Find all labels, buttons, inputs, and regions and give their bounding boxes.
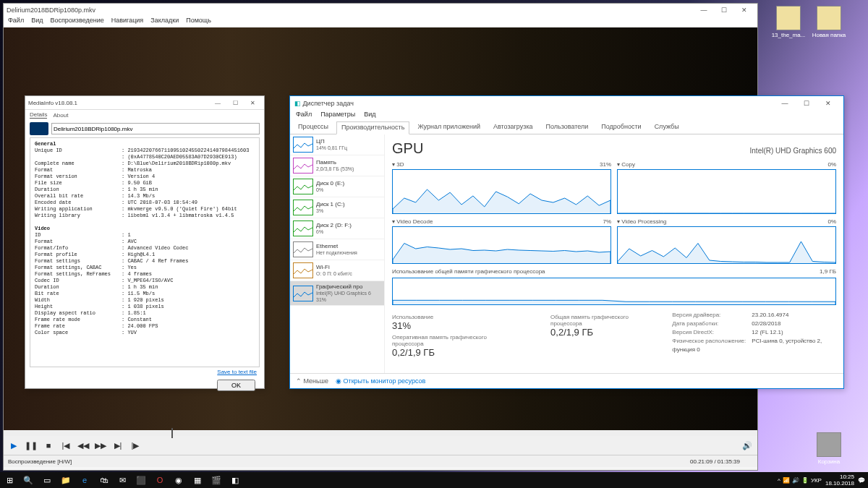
stop-button[interactable]: ■ xyxy=(41,439,56,452)
perf-sidebar-item[interactable]: ЦП14% 0,81 ГГц xyxy=(290,134,384,155)
tab-services[interactable]: Службы xyxy=(650,121,684,134)
maximize-button[interactable]: ☐ xyxy=(714,7,734,14)
window-title: Диспетчер задач xyxy=(303,100,354,107)
menu-item[interactable]: Воспроизведение xyxy=(50,17,103,27)
menu-item[interactable]: Параметры xyxy=(320,111,355,121)
player-titlebar[interactable]: Delirium2018BDRip1080p.mkv — ☐ ✕ xyxy=(4,4,757,17)
taskmgr-icon: ◧ xyxy=(294,100,301,107)
app-icon[interactable]: ▦ xyxy=(188,472,207,488)
clock[interactable]: 10:2518.10.2018 xyxy=(824,474,856,487)
next-button[interactable]: ▶| xyxy=(111,439,125,452)
taskmgr-titlebar[interactable]: ◧ Диспетчер задач — ☐ ✕ xyxy=(290,96,843,111)
tab-users[interactable]: Пользователи xyxy=(541,121,594,134)
taskmgr-menu: Файл Параметры Вид xyxy=(290,111,843,121)
maximize-button[interactable]: ☐ xyxy=(226,100,244,106)
desktop-icon[interactable]: Новая папка xyxy=(812,6,846,38)
menu-item[interactable]: Вид xyxy=(31,17,43,27)
perf-sidebar: ЦП14% 0,81 ГГцПамять2,0/3,8 ГБ (53%)Диск… xyxy=(290,134,385,373)
task-manager-window: ◧ Диспетчер задач — ☐ ✕ Файл Параметры В… xyxy=(289,95,844,389)
chart-3d[interactable] xyxy=(392,169,611,214)
tray-icon[interactable]: ^ xyxy=(778,477,780,484)
mediainfo-logo-icon xyxy=(30,122,48,135)
window-title: MediaInfo v18.08.1 xyxy=(28,100,77,106)
perf-sidebar-item[interactable]: Диск 0 (E:)0% xyxy=(290,176,384,197)
perf-sidebar-item[interactable]: EthernetНет подключения xyxy=(290,239,384,260)
menu-item[interactable]: Файл xyxy=(296,111,312,121)
start-button[interactable]: ⊞ xyxy=(0,472,19,488)
perf-sidebar-item[interactable]: Графический проIntel(R) UHD Graphics 631… xyxy=(290,281,384,306)
gpu-name: Intel(R) UHD Graphics 600 xyxy=(750,147,836,155)
mail-icon[interactable]: ✉ xyxy=(113,472,132,488)
battery-icon[interactable]: 🔋 xyxy=(801,477,809,484)
taskmgr-footer: ⌃ Меньше ◉ Открыть монитор ресурсов xyxy=(290,373,843,388)
player-controls: ▶ ❚❚ ■ |◀ ◀◀ ▶▶ ▶| |▶ 🔊 xyxy=(4,436,757,455)
chart-video-decode[interactable] xyxy=(392,226,611,264)
prev-button[interactable]: |◀ xyxy=(59,439,73,452)
status-text: Воспроизведение [H/W] xyxy=(8,458,72,465)
mediainfo-window: MediaInfo v18.08.1 — ☐ ✕ Details About G… xyxy=(25,95,265,389)
perf-sidebar-item[interactable]: Wi-FiО: 0 П: 0 кбит/с xyxy=(290,260,384,281)
maximize-button[interactable]: ☐ xyxy=(796,100,817,107)
close-button[interactable]: ✕ xyxy=(734,7,754,14)
recycle-bin-icon[interactable]: Корзина xyxy=(812,432,846,465)
tab-performance[interactable]: Производительность xyxy=(336,121,409,134)
tab-apphistory[interactable]: Журнал приложений xyxy=(412,121,485,134)
gpu-panel: GPU Intel(R) UHD Graphics 600 ▾ 3D31% ▾ … xyxy=(385,134,843,373)
player-statusbar: Воспроизведение [H/W] 00.21:09 / 01:35:3… xyxy=(4,455,757,467)
tab-details[interactable]: Details xyxy=(30,111,47,119)
taskmgr-tabs: Процессы Производительность Журнал прило… xyxy=(290,121,843,134)
notifications-icon[interactable]: 💬 xyxy=(858,477,865,484)
rewind-button[interactable]: ◀◀ xyxy=(76,439,90,452)
minimize-button[interactable]: — xyxy=(694,7,714,14)
volume-icon[interactable]: 🔊 xyxy=(792,477,799,484)
player-taskbar-icon[interactable]: 🎬 xyxy=(207,472,226,488)
play-button[interactable]: ▶ xyxy=(7,439,21,452)
volume-icon[interactable]: 🔊 xyxy=(740,439,754,452)
lang-indicator[interactable]: УКР xyxy=(811,477,822,484)
perf-sidebar-item[interactable]: Диск 1 (C:)3% xyxy=(290,197,384,218)
opera-icon[interactable]: O xyxy=(150,472,169,488)
menu-item[interactable]: Помощь xyxy=(186,17,211,27)
taskmgr-taskbar-icon[interactable]: ◧ xyxy=(226,472,244,488)
close-button[interactable]: ✕ xyxy=(244,100,261,106)
app-icon[interactable]: ⬛ xyxy=(132,472,150,488)
taskview-icon[interactable]: ▭ xyxy=(38,472,56,488)
file-path-input[interactable] xyxy=(51,123,260,134)
wifi-icon[interactable]: 📶 xyxy=(783,477,790,484)
chrome-icon[interactable]: ◉ xyxy=(169,472,188,488)
save-to-file-link[interactable]: Save to text file xyxy=(217,369,257,375)
minimize-button[interactable]: — xyxy=(209,100,226,106)
tab-processes[interactable]: Процессы xyxy=(293,121,333,134)
player-menu: Файл Вид Воспроизведение Навигация Закла… xyxy=(4,17,757,27)
step-button[interactable]: |▶ xyxy=(128,439,142,452)
close-button[interactable]: ✕ xyxy=(817,100,839,107)
tab-about[interactable]: About xyxy=(53,112,68,119)
system-tray[interactable]: ^ 📶 🔊 🔋 УКР 10:2518.10.2018 💬 xyxy=(778,474,868,487)
mediainfo-details[interactable]: GeneralUnique ID: 2193422076671109510245… xyxy=(30,137,260,367)
search-icon[interactable]: 🔍 xyxy=(19,472,38,488)
menu-item[interactable]: Файл xyxy=(8,17,24,27)
store-icon[interactable]: 🛍 xyxy=(94,472,113,488)
desktop-icon[interactable]: 13_the_ma... xyxy=(771,6,806,38)
menu-item[interactable]: Вид xyxy=(364,111,375,121)
chart-video-processing[interactable] xyxy=(617,226,836,264)
perf-sidebar-item[interactable]: Диск 2 (D: F:)6% xyxy=(290,218,384,239)
tab-details[interactable]: Подробности xyxy=(596,121,646,134)
player-title: Delirium2018BDRip1080p.mkv xyxy=(7,7,95,14)
menu-item[interactable]: Закладки xyxy=(150,17,179,27)
menu-item[interactable]: Навигация xyxy=(111,17,143,27)
chart-shared-mem[interactable] xyxy=(392,278,836,305)
ok-button[interactable]: OK xyxy=(217,380,255,391)
chart-copy[interactable] xyxy=(617,169,836,214)
fewer-details-button[interactable]: ⌃ Меньше xyxy=(296,377,328,385)
mediainfo-titlebar[interactable]: MediaInfo v18.08.1 — ☐ ✕ xyxy=(25,96,264,110)
forward-button[interactable]: ▶▶ xyxy=(93,439,108,452)
perf-sidebar-item[interactable]: Память2,0/3,8 ГБ (53%) xyxy=(290,155,384,176)
open-resmon-link[interactable]: ◉ Открыть монитор ресурсов xyxy=(336,377,425,385)
tab-startup[interactable]: Автозагрузка xyxy=(488,121,538,134)
minimize-button[interactable]: — xyxy=(774,100,796,107)
explorer-icon[interactable]: 📁 xyxy=(56,472,75,488)
seek-bar[interactable] xyxy=(4,430,757,436)
edge-icon[interactable]: e xyxy=(75,472,94,488)
pause-button[interactable]: ❚❚ xyxy=(24,439,38,452)
